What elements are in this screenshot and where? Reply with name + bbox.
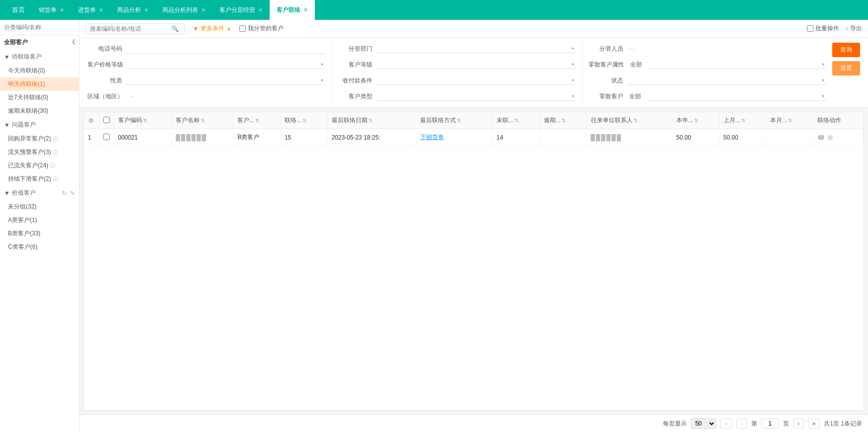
content-area: 🔍 ▼ 更多条件 ▲ 我分管的客户 批量操作 ↑ 导出 <box>79 20 868 432</box>
nav-customer-contact[interactable]: 客户联络✕ <box>270 0 315 20</box>
sidebar-item-churn-warning[interactable]: 流失预警客户(3) ⓘ <box>0 145 79 159</box>
filter-customer-type-label: 客户类型 <box>338 92 372 101</box>
nav-sales-close[interactable]: ✕ <box>60 7 64 13</box>
col-uncontacted[interactable]: 未联...⇅ <box>493 112 540 129</box>
nav-sales[interactable]: 销货单✕ <box>32 0 71 20</box>
more-filter-btn[interactable]: ▼ 更多条件 ▲ <box>190 23 234 34</box>
filter-region: 区域（地区） ··· <box>87 92 325 101</box>
prev-page-btn[interactable]: ‹ <box>736 419 747 429</box>
sidebar-item-classC[interactable]: C类客户(6) <box>0 240 79 254</box>
row-last-method[interactable]: 下销货单 <box>416 129 493 146</box>
last-method-link[interactable]: 下销货单 <box>420 134 444 141</box>
nav-product-analysis-list[interactable]: 商品分析列表✕ <box>155 0 213 20</box>
col-this-month[interactable]: 本月...⇅ <box>766 112 813 129</box>
value-edit-icon[interactable]: ✎ <box>70 190 75 197</box>
sidebar-item-repurchase[interactable]: 回购异常客户(2) ⓘ <box>0 132 79 145</box>
sidebar-item-classB[interactable]: B类客户(33) <box>0 227 79 240</box>
filter-row-3: 性质 ▾ 收付款条件 ▾ <box>87 74 826 86</box>
my-customers-filter[interactable]: 我分管的客户 <box>239 24 284 33</box>
toolbar-search-input[interactable] <box>90 25 169 32</box>
page-size-select[interactable]: 50 100 200 <box>691 418 716 429</box>
sidebar-item-today[interactable]: 今天待联络(0) <box>0 64 79 77</box>
filter-customer-type-select[interactable]: ▾ <box>376 92 576 101</box>
filter-person-dots[interactable]: ··· <box>627 45 636 52</box>
sidebar-item-tomorrow[interactable]: 明天待联络(1) <box>0 77 79 91</box>
row-checkbox-cell[interactable] <box>99 129 114 146</box>
sidebar-item-7days[interactable]: 近7天待联络(0) <box>0 91 79 104</box>
row-last-date: 2023-05-23 18:25: <box>327 129 416 146</box>
col-last-date[interactable]: 最后联络日期⇅ <box>327 112 416 129</box>
toolbar-right: 批量操作 ↑ 导出 <box>807 24 862 33</box>
action-phone-icon[interactable]: ☎ <box>817 134 825 141</box>
toolbar: 🔍 ▼ 更多条件 ▲ 我分管的客户 批量操作 ↑ 导出 <box>79 20 868 38</box>
col-unit-contact[interactable]: 往来单位联系人⇅ <box>586 112 672 129</box>
filter-phone-label: 电话号码 <box>87 45 122 53</box>
filter-scatter-attr: 零散客户属性 全部 ▾ <box>588 60 826 69</box>
row-checkbox[interactable] <box>103 134 110 140</box>
filter-scatter-attr-select[interactable]: ▾ <box>648 60 826 69</box>
batch-checkbox[interactable] <box>807 25 813 32</box>
value-refresh-icon[interactable]: ↻ <box>62 190 67 197</box>
nav-purchase[interactable]: 进货单✕ <box>71 0 110 20</box>
sidebar-item-churned[interactable]: 已流失客户(24) ⓘ <box>0 159 79 172</box>
last-page-btn[interactable]: » <box>808 419 820 429</box>
next-page-btn[interactable]: › <box>793 419 804 429</box>
export-btn[interactable]: ↑ 导出 <box>845 24 862 33</box>
page-size-label: 每页显示 <box>663 420 687 428</box>
sidebar-search-input[interactable] <box>4 24 78 31</box>
sidebar-item-declining[interactable]: 持续下滑客户(2) ⓘ <box>0 172 79 186</box>
filter-region-dots[interactable]: ··· <box>127 93 136 100</box>
settings-btn[interactable]: 设置 <box>832 61 860 75</box>
sidebar-search-container: 🔍 <box>0 20 79 35</box>
col-checkbox[interactable] <box>99 112 114 129</box>
filter-dept-select[interactable]: ▾ <box>376 44 576 53</box>
nav-product-analysis-list-close[interactable]: ✕ <box>201 7 206 13</box>
filter-customer-level-select[interactable]: ▾ <box>376 60 576 69</box>
nav-customer-contact-close[interactable]: ✕ <box>303 7 308 13</box>
all-customers-label: 全部客户 <box>4 38 28 47</box>
query-btn[interactable]: 查询 <box>832 43 860 57</box>
col-type[interactable]: 客户...⇅ <box>233 112 281 129</box>
filter-payment: 收付款条件 ▾ <box>338 76 576 85</box>
col-last-method[interactable]: 最后联络方式⇅ <box>416 112 493 129</box>
page-input[interactable] <box>761 419 779 429</box>
page-suffix: 页 <box>783 420 789 428</box>
sidebar-item-ungrouped[interactable]: 未分组(32) <box>0 200 79 214</box>
col-contacts[interactable]: 联络...⇅ <box>280 112 327 129</box>
col-overdue[interactable]: 逾期...⇅ <box>539 112 586 129</box>
filter-nature-select[interactable]: ▾ <box>126 76 325 85</box>
my-customers-checkbox[interactable] <box>239 25 246 32</box>
select-all-checkbox[interactable] <box>103 117 110 123</box>
sidebar-all-customers[interactable]: 全部客户 《 <box>0 35 79 50</box>
nav-home[interactable]: 首页 <box>5 0 32 20</box>
col-code[interactable]: 客户编码⇅ <box>114 112 171 129</box>
more-filter-label: 更多条件 <box>201 24 224 33</box>
filter-price-level-select[interactable]: ▾ <box>127 60 325 69</box>
nav-customer-segment[interactable]: 客户分层经营✕ <box>213 0 270 20</box>
col-this-year[interactable]: 本年...⇅ <box>672 112 719 129</box>
nav-purchase-close[interactable]: ✕ <box>99 7 103 13</box>
gear-icon[interactable]: ⚙ <box>88 117 94 124</box>
filter-scatter-select[interactable]: ▾ <box>647 92 826 101</box>
row-uncontacted: 14 <box>493 129 540 146</box>
first-page-btn[interactable]: « <box>720 419 732 429</box>
nav-product-analysis-close[interactable]: ✕ <box>144 7 148 13</box>
col-last-month[interactable]: 上月...⇅ <box>719 112 766 129</box>
col-name[interactable]: 客户名称⇅ <box>171 112 233 129</box>
sort-this-year-icon: ⇅ <box>694 118 698 123</box>
sidebar-item-overdue[interactable]: 逾期未联络(30) <box>0 104 79 118</box>
batch-operation-btn[interactable]: 批量操作 <box>807 24 839 33</box>
action-grid-icon[interactable]: ⊞ <box>828 134 833 141</box>
filter-dept: 分管部门 ▾ <box>338 44 576 53</box>
nav-customer-segment-close[interactable]: ✕ <box>258 7 263 13</box>
col-gear[interactable]: ⚙ <box>84 112 99 129</box>
filter-phone-input[interactable] <box>126 44 325 54</box>
filter-customer-type: 客户类型 ▾ <box>338 92 576 101</box>
filter-status-select[interactable]: ▾ <box>627 76 826 85</box>
toolbar-search-icon[interactable]: 🔍 <box>171 25 179 32</box>
sidebar-item-classA[interactable]: A类客户(1) <box>0 214 79 227</box>
nav-product-analysis[interactable]: 商品分析✕ <box>110 0 155 20</box>
my-customers-label: 我分管的客户 <box>248 24 284 33</box>
filter-scatter-attr-label: 零散客户属性 <box>588 61 624 69</box>
filter-payment-select[interactable]: ▾ <box>376 76 576 85</box>
